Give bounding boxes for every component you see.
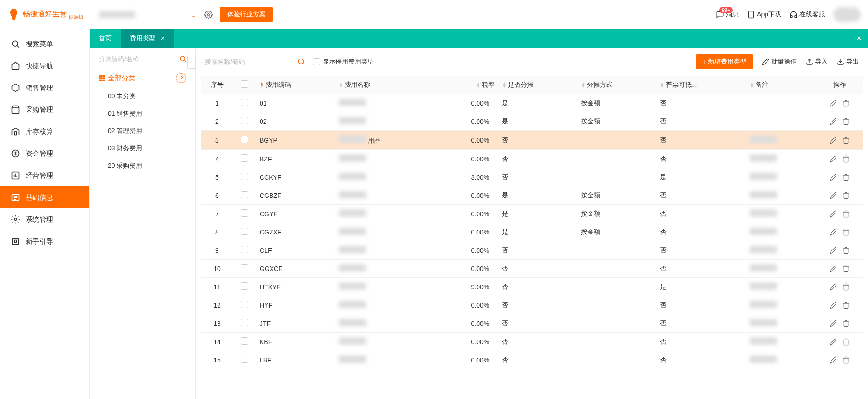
company-selector[interactable]: ⌄ — [99, 10, 197, 20]
delete-icon[interactable] — [842, 229, 850, 236]
cell-checkbox[interactable] — [233, 168, 256, 186]
sidebar-item-0[interactable]: 搜索菜单 — [0, 33, 89, 55]
sidebar-item-8[interactable]: 系统管理 — [0, 208, 89, 230]
show-disabled-checkbox[interactable]: 显示停用费用类型 — [313, 58, 374, 66]
delete-icon[interactable] — [842, 302, 850, 309]
edit-icon[interactable] — [830, 192, 837, 199]
table-row[interactable]: 11HTKYF9.00%否是 — [201, 278, 863, 296]
cell-checkbox[interactable] — [233, 94, 256, 112]
th-name[interactable]: ▲▼费用名称 — [335, 76, 436, 94]
edit-icon[interactable] — [830, 356, 837, 364]
edit-icon[interactable] — [830, 338, 837, 346]
delete-icon[interactable] — [842, 155, 850, 163]
delete-icon[interactable] — [842, 174, 850, 181]
sidebar-item-4[interactable]: 库存核算 — [0, 121, 89, 143]
cell-checkbox[interactable] — [233, 186, 256, 205]
add-button[interactable]: + 新增费用类型 — [696, 54, 753, 69]
close-icon[interactable]: × — [161, 35, 165, 42]
table-row[interactable]: 9CLF0.00%否否 — [201, 241, 863, 260]
trial-button[interactable]: 体验行业方案 — [220, 7, 273, 22]
category-item-0[interactable]: 00 未分类 — [90, 88, 195, 105]
cell-checkbox[interactable] — [233, 351, 256, 369]
table-row[interactable]: 7CGYF0.00%是按金额否 — [201, 205, 863, 223]
cell-checkbox[interactable] — [233, 278, 256, 296]
category-item-3[interactable]: 03 财务费用 — [90, 140, 195, 157]
import-button[interactable]: 导入 — [806, 58, 828, 66]
category-all[interactable]: 全部分类 — [90, 69, 195, 88]
search-icon[interactable] — [297, 58, 305, 66]
search-icon[interactable] — [179, 55, 187, 63]
th-checkbox[interactable] — [233, 76, 256, 94]
tab-1[interactable]: 费用类型× — [121, 29, 174, 48]
sidebar-item-2[interactable]: 销售管理 — [0, 77, 89, 99]
delete-icon[interactable] — [842, 100, 850, 107]
cell-checkbox[interactable] — [233, 150, 256, 168]
edit-icon[interactable] — [830, 118, 837, 125]
tab-0[interactable]: 首页 — [90, 29, 121, 48]
cell-checkbox[interactable] — [233, 314, 256, 333]
avatar[interactable] — [833, 7, 861, 22]
table-row[interactable]: 8CGZXF0.00%是按金额否 — [201, 223, 863, 241]
delete-icon[interactable] — [842, 247, 850, 254]
th-method[interactable]: ▲▼分摊方式 — [577, 76, 656, 94]
collapse-handle[interactable]: « — [187, 55, 196, 69]
table-row[interactable]: 15LBF0.00%否否 — [201, 351, 863, 369]
th-split[interactable]: ▲▼是否分摊 — [498, 76, 577, 94]
edit-icon[interactable] — [830, 265, 837, 272]
sidebar-item-1[interactable]: 快捷导航 — [0, 55, 89, 77]
table-row[interactable]: 10GGXCF0.00%否否 — [201, 260, 863, 278]
edit-icon[interactable] — [830, 137, 837, 144]
delete-icon[interactable] — [842, 210, 850, 218]
table-row[interactable]: 1010.00%是按金额否 — [201, 94, 863, 112]
edit-icon[interactable] — [830, 283, 837, 291]
category-item-2[interactable]: 02 管理费用 — [90, 122, 195, 140]
th-deduct[interactable]: ▲▼普票可抵... — [656, 76, 746, 94]
table-row[interactable]: 14KBF0.00%否否 — [201, 333, 863, 351]
edit-icon[interactable] — [830, 155, 837, 163]
category-edit-button[interactable] — [176, 73, 186, 83]
category-item-4[interactable]: 20 采购费用 — [90, 157, 195, 175]
delete-icon[interactable] — [842, 283, 850, 291]
batch-button[interactable]: 批量操作 — [762, 58, 797, 66]
table-row[interactable]: 2020.00%是按金额否 — [201, 112, 863, 131]
cell-checkbox[interactable] — [233, 112, 256, 131]
delete-icon[interactable] — [842, 118, 850, 125]
th-rate[interactable]: ▲▼税率 — [435, 76, 498, 94]
delete-icon[interactable] — [842, 192, 850, 199]
delete-icon[interactable] — [842, 137, 850, 144]
cell-checkbox[interactable] — [233, 131, 256, 150]
delete-icon[interactable] — [842, 338, 850, 346]
table-search-input[interactable] — [205, 58, 297, 65]
table-row[interactable]: 4BZF0.00%否否 — [201, 150, 863, 168]
edit-icon[interactable] — [830, 100, 837, 107]
sidebar-item-3[interactable]: 采购管理 — [0, 99, 89, 121]
settings-icon[interactable] — [204, 11, 213, 19]
category-search-input[interactable] — [99, 55, 179, 63]
edit-icon[interactable] — [830, 320, 837, 327]
table-row[interactable]: 13JTF0.00%否否 — [201, 314, 863, 333]
delete-icon[interactable] — [842, 265, 850, 272]
app-download[interactable]: App下载 — [747, 11, 781, 19]
sidebar-item-9[interactable]: 新手引导 — [0, 230, 89, 252]
messages[interactable]: 99+ 消息 — [716, 11, 739, 19]
table-row[interactable]: 5CCKYF3.00%否是 — [201, 168, 863, 186]
edit-icon[interactable] — [830, 229, 837, 236]
th-seq[interactable]: 序号 — [201, 76, 233, 94]
close-all-icon[interactable]: × — [850, 34, 868, 43]
sidebar-item-5[interactable]: 资金管理 — [0, 143, 89, 165]
th-remark[interactable]: ▲▼备注 — [746, 76, 817, 94]
delete-icon[interactable] — [842, 320, 850, 327]
cell-checkbox[interactable] — [233, 260, 256, 278]
edit-icon[interactable] — [830, 210, 837, 218]
sidebar-item-7[interactable]: 基础信息 — [0, 186, 89, 208]
support[interactable]: 在线客服 — [789, 11, 825, 19]
export-button[interactable]: 导出 — [837, 58, 859, 66]
cell-checkbox[interactable] — [233, 296, 256, 314]
cell-checkbox[interactable] — [233, 241, 256, 260]
cell-checkbox[interactable] — [233, 205, 256, 223]
cell-checkbox[interactable] — [233, 223, 256, 241]
table-row[interactable]: 6CGBZF0.00%是按金额否 — [201, 186, 863, 205]
table-row[interactable]: 3BGYP 用品0.00%否否 — [201, 131, 863, 150]
sidebar-item-6[interactable]: 经营管理 — [0, 165, 89, 186]
delete-icon[interactable] — [842, 356, 850, 364]
